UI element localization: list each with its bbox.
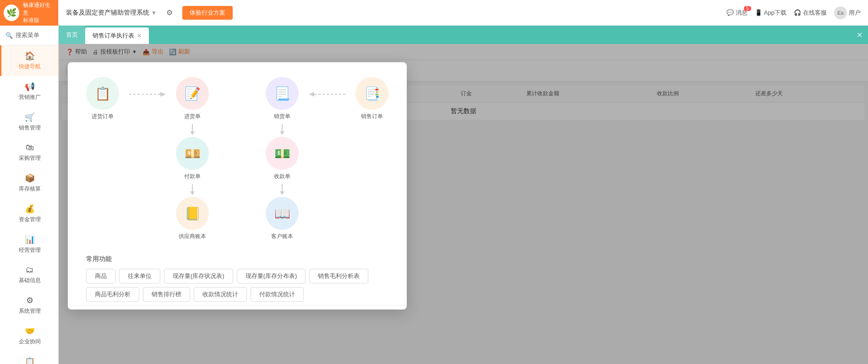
sidebar-item-system[interactable]: ⚙ 系统管理: [0, 290, 58, 321]
down-arrow-sales: [266, 124, 299, 135]
btn-payment-stats[interactable]: 付款情况统计: [251, 287, 304, 302]
flow-sales-bill[interactable]: 📃 销货单: [266, 77, 299, 120]
tab-sales-order[interactable]: 销售订单执行表 ✕: [85, 27, 149, 44]
flow-purchase-order[interactable]: 📋 进货订单: [86, 77, 119, 120]
flow-receipt-bill[interactable]: 💵 收款单: [266, 137, 299, 180]
sidebar-item-guide[interactable]: 📋 新手引导: [0, 351, 58, 364]
btn-stock-distribution[interactable]: 现存量(库存分布表): [237, 269, 306, 283]
common-functions-title: 常用功能: [86, 255, 388, 263]
tab-close-icon[interactable]: ✕: [137, 33, 142, 39]
sales-order-label: 销售订单: [361, 113, 383, 120]
sidebar-item-operations[interactable]: 📊 经营管理: [0, 229, 58, 260]
system-icon: ⚙: [26, 295, 33, 305]
flow-supplier-ledger[interactable]: 📒 供应商账本: [176, 197, 209, 240]
sidebar: 🌿 畅康通好生意 标准版 🔍 搜索菜单 🏠 快捷导航 📢 营销推广 🛒: [0, 0, 59, 364]
main-content: 装备及固定资产辅助管理系统 ▼ ⚙ 体验行业方案 💬 消息 5 📱 App下载 …: [59, 0, 868, 364]
customer-ledger-icon: 📖: [266, 197, 299, 230]
base-icon: 🗂: [26, 265, 34, 275]
btn-receipt-stats[interactable]: 收款情况统计: [194, 287, 247, 302]
payment-bill-icon: 💴: [176, 137, 209, 170]
overlay: 📋 进货订单: [59, 44, 868, 364]
flow-dialog: 📋 进货订单: [68, 62, 407, 310]
sidebar-logo: 🌿 畅康通好生意 标准版: [0, 0, 58, 26]
dropdown-icon[interactable]: ▼: [151, 10, 157, 16]
content-area: ❓ 帮助 🖨 按模板打印 ▼ 📤 导出 🔄 刷新: [59, 44, 868, 364]
purchase-icon: 🛍: [26, 143, 34, 152]
sidebar-search[interactable]: 🔍 搜索菜单: [0, 26, 58, 45]
sidebar-item-finance[interactable]: 💰 资金管理: [0, 198, 58, 229]
svg-marker-5: [190, 131, 195, 135]
sales-order-tab-label: 销售订单执行表: [93, 32, 134, 40]
payment-bill-label: 付款单: [184, 173, 201, 180]
inventory-icon: 📦: [25, 173, 35, 183]
download-icon: 📱: [755, 9, 762, 16]
user-action[interactable]: Ea 用户: [834, 6, 861, 19]
purchase-order-icon: 📋: [86, 77, 119, 110]
collab-icon: 🤝: [25, 326, 35, 336]
receipt-bill-icon: 💵: [266, 137, 299, 170]
search-icon: 🔍: [5, 32, 13, 39]
message-action[interactable]: 💬 消息 5: [726, 9, 748, 17]
sidebar-item-base[interactable]: 🗂 基础信息: [0, 260, 58, 290]
finance-icon: 💰: [25, 204, 35, 214]
supplier-ledger-icon: 📒: [176, 197, 209, 230]
customer-ledger-label: 客户账本: [271, 233, 293, 240]
sidebar-item-collab[interactable]: 🤝 企业协同: [0, 321, 58, 351]
topbar: 装备及固定资产辅助管理系统 ▼ ⚙ 体验行业方案 💬 消息 5 📱 App下载 …: [59, 0, 868, 26]
app-download-action[interactable]: 📱 App下载: [755, 9, 786, 17]
tabbar: 首页 销售订单执行表 ✕ ✕: [59, 26, 868, 44]
sidebar-item-marketing[interactable]: 📢 营销推广: [0, 76, 58, 107]
sales-bill-label: 销货单: [274, 113, 290, 120]
topbar-actions: 💬 消息 5 📱 App下载 🎧 在线客服 Ea 用户: [726, 6, 861, 19]
service-icon: 🎧: [794, 9, 801, 16]
btn-product[interactable]: 商品: [86, 269, 115, 283]
sidebar-item-sales[interactable]: 🛒 销售管理: [0, 107, 58, 137]
svg-marker-3: [309, 92, 314, 97]
flow-section: 📋 进货订单: [68, 62, 407, 250]
operations-icon: 📊: [25, 234, 35, 244]
svg-marker-9: [190, 191, 195, 195]
sidebar-nav: 🏠 快捷导航 📢 营销推广 🛒 销售管理 🛍 采购管理 📦 库存核算 💰: [0, 45, 58, 364]
common-buttons: 商品 往来单位 现存量(库存状况表) 现存量(库存分布表) 销售毛利分析表 商品…: [86, 269, 388, 302]
arrow-2: [299, 90, 355, 99]
system-title: 装备及固定资产辅助管理系统 ▼: [66, 9, 157, 17]
home-tab-label: 首页: [66, 31, 78, 39]
flow-payment-bill[interactable]: 💴 付款单: [176, 137, 209, 180]
btn-counterparty[interactable]: 往来单位: [119, 269, 160, 283]
purchase-order-label: 进货订单: [92, 113, 114, 120]
svg-marker-1: [160, 92, 166, 97]
tab-close-main[interactable]: ✕: [851, 26, 868, 44]
settings-icon[interactable]: ⚙: [162, 5, 177, 20]
avatar: Ea: [834, 6, 847, 19]
trial-button[interactable]: 体验行业方案: [182, 6, 233, 20]
btn-stock-status[interactable]: 现存量(库存状况表): [164, 269, 233, 283]
flow-customer-ledger[interactable]: 📖 客户账本: [266, 197, 299, 240]
sales-order-icon: 📑: [355, 77, 388, 110]
sidebar-item-inventory[interactable]: 📦 库存核算: [0, 168, 58, 198]
flow-sales-order[interactable]: 📑 销售订单: [355, 77, 388, 120]
scroll-section: ◀ ▶: [68, 305, 407, 310]
supplier-ledger-label: 供应商账本: [179, 233, 206, 240]
svg-marker-7: [280, 131, 284, 135]
sidebar-item-quick-nav[interactable]: 🏠 快捷导航: [0, 45, 58, 76]
purchase-bill-label: 进货单: [184, 113, 201, 120]
svg-marker-11: [280, 191, 284, 195]
flow-purchase-bill[interactable]: 📝 进货单: [176, 77, 209, 120]
search-menu-button[interactable]: 🔍 搜索菜单: [4, 29, 55, 41]
message-icon: 💬: [726, 9, 734, 16]
btn-product-gross[interactable]: 商品毛利分析: [86, 287, 139, 302]
online-service-action[interactable]: 🎧 在线客服: [794, 9, 827, 17]
guide-icon: 📋: [25, 357, 35, 364]
receipt-bill-label: 收款单: [274, 173, 290, 180]
btn-sales-rank[interactable]: 销售排行榜: [143, 287, 190, 302]
logo-icon: 🌿: [4, 5, 19, 21]
arrow-1: [119, 90, 176, 99]
btn-sales-gross[interactable]: 销售毛利分析表: [309, 269, 368, 283]
marketing-icon: 📢: [25, 81, 35, 92]
sales-bill-icon: 📃: [266, 77, 299, 110]
home-icon: 🏠: [25, 51, 35, 61]
down-arrow-receipt: [266, 184, 299, 195]
sales-icon: 🛒: [25, 112, 35, 122]
sidebar-item-purchase[interactable]: 🛍 采购管理: [0, 137, 58, 168]
tab-home[interactable]: 首页: [59, 26, 85, 44]
